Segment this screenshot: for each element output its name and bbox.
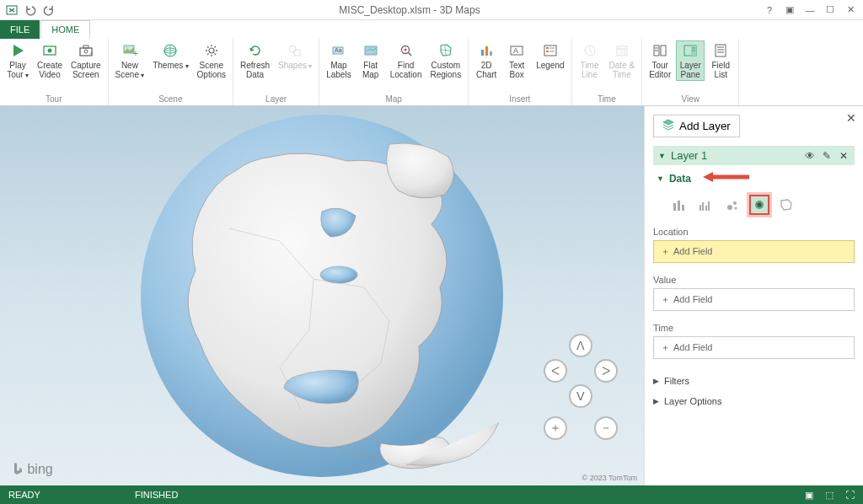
close-icon[interactable]: ✕ — [844, 4, 856, 16]
ribbon-button-label: CreateVideo — [37, 61, 62, 79]
data-section-label: Data — [669, 173, 691, 185]
svg-point-19 — [404, 49, 406, 51]
svg-rect-4 — [83, 46, 88, 48]
ribbon-findloc-button[interactable]: FindLocation — [387, 40, 426, 81]
location-label: Location — [653, 227, 855, 237]
ribbon-button-label: LayerPane — [680, 61, 701, 79]
viz-region-button[interactable] — [776, 195, 796, 215]
ribbon-maplabels-button[interactable]: AaMapLabels — [323, 40, 354, 81]
status-icon-1[interactable]: ▣ — [805, 490, 813, 501]
title-bar: MISC_Desktop.xlsm - 3D Maps ? ▣ — ☐ ✕ — [0, 0, 863, 20]
shapes-icon — [287, 42, 303, 59]
location-add-field-button[interactable]: ＋Add Field — [653, 240, 855, 263]
help-icon[interactable]: ? — [764, 4, 775, 16]
svg-rect-21 — [485, 46, 488, 56]
add-layer-button[interactable]: Add Layer — [653, 115, 740, 137]
timeline-icon — [582, 42, 598, 59]
undo-icon[interactable] — [24, 3, 37, 17]
ribbon: PlayTour ▾CreateVideo+CaptureScreenTour+… — [0, 39, 863, 106]
ribbon-toureditor-button[interactable]: TourEditor — [646, 40, 674, 81]
svg-rect-20 — [481, 50, 484, 56]
delete-layer-icon[interactable]: ✕ — [838, 150, 850, 162]
ribbon-gear-button[interactable]: SceneOptions — [194, 40, 229, 81]
bing-logo: bing — [12, 462, 53, 477]
status-icon-2[interactable]: ⬚ — [825, 490, 834, 501]
map-canvas[interactable]: bing © 2023 TomTom ᐱ ᐸ ᐳ ᐯ ＋ － — [0, 106, 644, 485]
svg-rect-51 — [682, 205, 684, 211]
ribbon-button-label: TimeLine — [581, 61, 599, 79]
ribbon-newscene-button[interactable]: +NewScene ▾ — [112, 40, 148, 82]
ribbon-refresh-button[interactable]: RefreshData — [237, 40, 273, 81]
svg-text:A: A — [513, 46, 518, 55]
ribbon-group-scene: +NewScene ▾Themes ▾SceneOptionsScene — [109, 39, 233, 105]
ribbon-options-icon[interactable]: ▣ — [784, 4, 796, 16]
layer-pane: ✕ Add Layer ▼ Layer 1 👁 ✎ ✕ ▼ Data Loc — [644, 106, 863, 485]
ribbon-button-label: Themes ▾ — [153, 61, 188, 71]
window-title: MISC_Desktop.xlsm - 3D Maps — [56, 4, 764, 16]
tab-file[interactable]: FILE — [0, 20, 40, 39]
visibility-icon[interactable]: 👁 — [804, 150, 816, 162]
nav-right-button[interactable]: ᐳ — [594, 359, 618, 383]
ribbon-group-label: Tour — [46, 94, 62, 105]
ribbon-textbox-button[interactable]: ATextBox — [502, 40, 531, 81]
viz-stacked-column-button[interactable] — [668, 195, 689, 215]
datetime-icon: 31 — [614, 42, 630, 59]
minimize-icon[interactable]: — — [804, 4, 816, 16]
findloc-icon — [398, 42, 415, 59]
viz-clustered-column-button[interactable] — [695, 195, 716, 215]
viz-bubble-button[interactable] — [722, 195, 742, 215]
redo-icon[interactable] — [42, 3, 56, 17]
tab-home[interactable]: HOME — [40, 20, 90, 39]
ribbon-button-label: TourEditor — [649, 61, 671, 79]
ribbon-button-label: 2DChart — [476, 61, 496, 79]
zoom-out-button[interactable]: － — [594, 416, 618, 440]
layer-header[interactable]: ▼ Layer 1 👁 ✎ ✕ — [653, 146, 855, 165]
annotation-arrow — [703, 170, 753, 186]
nav-up-button[interactable]: ᐱ — [569, 334, 592, 357]
status-finished: FINISHED — [135, 490, 178, 500]
ribbon-layerpane-button[interactable]: LayerPane — [676, 40, 705, 81]
ribbon-fieldlist-button[interactable]: FieldList — [706, 40, 735, 81]
value-add-field-button[interactable]: ＋Add Field — [653, 288, 855, 311]
collapse-icon[interactable]: ▼ — [658, 152, 666, 160]
status-ready: READY — [8, 490, 135, 500]
ribbon-button-label: MapLabels — [326, 61, 351, 79]
ribbon-chart-button[interactable]: 2DChart — [472, 40, 501, 81]
nav-left-button[interactable]: ᐸ — [544, 359, 567, 383]
viz-heatmap-button[interactable] — [749, 195, 769, 215]
ribbon-regions-button[interactable]: CustomRegions — [426, 40, 464, 81]
ribbon-button-label: NewScene ▾ — [115, 61, 145, 80]
globe — [86, 110, 558, 481]
ribbon-globe-button[interactable]: Themes ▾ — [149, 40, 191, 72]
toureditor-icon — [651, 42, 668, 59]
fieldlist-icon — [712, 42, 729, 59]
ribbon-flatmap-button[interactable]: FlatMap — [356, 40, 385, 81]
ribbon-video-button[interactable]: CreateVideo — [34, 40, 66, 81]
svg-rect-27 — [546, 51, 549, 52]
layer-options-section[interactable]: ▶Layer Options — [653, 391, 855, 411]
svg-rect-17 — [365, 46, 377, 55]
ribbon-group-label: Scene — [158, 94, 182, 105]
status-bar: READY FINISHED ▣ ⬚ ⛶ — [0, 485, 863, 504]
svg-point-47 — [320, 266, 357, 283]
status-icon-3[interactable]: ⛶ — [845, 490, 855, 501]
time-add-field-button[interactable]: ＋Add Field — [653, 336, 855, 359]
data-section-header[interactable]: ▼ Data — [653, 165, 855, 191]
nav-pad: ᐱ ᐸ ᐳ ᐯ ＋ － — [534, 334, 627, 443]
flatmap-icon — [362, 42, 379, 59]
maximize-icon[interactable]: ☐ — [824, 4, 836, 16]
ribbon-play-button[interactable]: PlayTour ▾ — [3, 40, 32, 82]
ribbon-group-tour: PlayTour ▾CreateVideo+CaptureScreenTour — [0, 39, 109, 105]
svg-point-5 — [84, 50, 88, 53]
nav-down-button[interactable]: ᐯ — [569, 384, 592, 408]
video-icon — [41, 42, 58, 59]
rename-icon[interactable]: ✎ — [821, 150, 833, 162]
ribbon-camera-button[interactable]: +CaptureScreen — [67, 40, 105, 81]
filters-section[interactable]: ▶Filters — [653, 371, 855, 391]
ribbon-legend-button[interactable]: Legend — [533, 40, 567, 72]
layerpane-icon — [682, 42, 699, 59]
layer-title: Layer 1 — [671, 149, 799, 162]
zoom-in-button[interactable]: ＋ — [544, 416, 567, 440]
play-icon — [9, 42, 26, 59]
close-pane-icon[interactable]: ✕ — [846, 111, 856, 125]
